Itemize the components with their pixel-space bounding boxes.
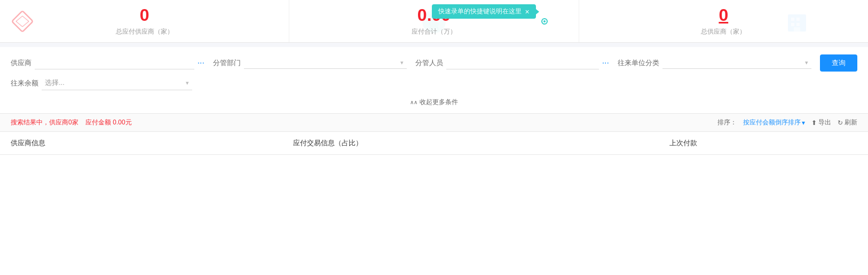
- svg-rect-10: [796, 18, 800, 21]
- result-bar: 搜索结果中，供应商0家 应付金额 0.00元 排序： 按应付会额倒序排序 ▾ ⬆…: [0, 114, 868, 132]
- col-supplier-info: 供应商信息: [11, 138, 293, 148]
- export-button[interactable]: ⬆ 导出: [811, 118, 831, 127]
- col-payable-info: 应付交易信息（占比）: [293, 138, 669, 148]
- filter-department: 分管部门 ▾: [213, 57, 407, 69]
- person-dots[interactable]: ···: [602, 58, 609, 68]
- diamond-icon: [11, 10, 34, 33]
- filter-supplier: 供应商 ···: [11, 57, 204, 69]
- refresh-button[interactable]: ↻ 刷新: [838, 118, 857, 127]
- svg-rect-13: [794, 27, 800, 32]
- svg-rect-0: [12, 11, 33, 32]
- result-amount-text: 应付金额 0.00元: [85, 119, 132, 126]
- table-header: 供应商信息 应付交易信息（占比） 上次付款: [0, 132, 868, 155]
- tooltip-text: 快速录单的快捷键说明在这里: [438, 7, 522, 16]
- sort-label: 排序：: [717, 118, 737, 127]
- result-suppliers-text: 搜索结果中，供应商0家: [11, 119, 78, 126]
- filter-balance: 往来余额 选择... ▾: [11, 76, 192, 90]
- balance-chevron-icon: ▾: [186, 80, 189, 87]
- supplier-dots[interactable]: ···: [198, 58, 204, 68]
- unit-select[interactable]: ▾: [662, 57, 811, 69]
- person-input[interactable]: [446, 57, 599, 69]
- building-icon: [784, 8, 810, 35]
- filter-unit: 往来单位分类 ▾: [618, 57, 811, 69]
- sort-value: 按应付会额倒序排序: [743, 118, 801, 127]
- filter-row-2: 往来余额 选择... ▾: [11, 76, 192, 90]
- svg-rect-9: [791, 18, 794, 21]
- collapse-button[interactable]: ∧∧ 收起更多条件: [410, 98, 458, 107]
- stat-payable-total: 快速录单的快捷键说明在这里 × 0.00 应付合计（万）: [289, 0, 579, 42]
- balance-placeholder: 选择...: [45, 78, 186, 88]
- export-label: 导出: [818, 118, 831, 127]
- unit-label: 往来单位分类: [618, 58, 659, 68]
- total-suppliers-label: 总供应商（家）: [701, 27, 746, 36]
- department-chevron-icon: ▾: [400, 59, 404, 66]
- stats-bar: 0 总应付供应商（家） 快速录单的快捷键说明在这里 × 0.00 应付合计（万）: [0, 0, 868, 43]
- tooltip-bubble: 快速录单的快捷键说明在这里 ×: [432, 4, 535, 19]
- result-actions: 排序： 按应付会额倒序排序 ▾ ⬆ 导出 ↻ 刷新: [717, 118, 857, 127]
- refresh-icon: ↻: [838, 119, 843, 127]
- refresh-label: 刷新: [845, 118, 857, 127]
- collapse-up-icon: ∧∧: [410, 99, 417, 105]
- export-icon: ⬆: [811, 119, 817, 127]
- payable-suppliers-number: 0: [140, 6, 149, 25]
- total-suppliers-number[interactable]: 0: [719, 6, 728, 25]
- payable-total-label: 应付合计（万）: [412, 27, 456, 36]
- tooltip-dot: [542, 19, 547, 23]
- balance-select[interactable]: 选择... ▾: [42, 76, 192, 90]
- query-button[interactable]: 查询: [820, 54, 857, 72]
- department-label: 分管部门: [213, 58, 241, 68]
- tooltip-close-icon[interactable]: ×: [525, 8, 529, 15]
- table-body: [0, 155, 868, 275]
- balance-label: 往来余额: [11, 78, 38, 88]
- sort-chevron-icon: ▾: [802, 119, 805, 127]
- svg-rect-11: [791, 23, 794, 26]
- filter-row-1: 供应商 ··· 分管部门 ▾ 分管人员 ··· 往来单位分类 ▾: [11, 54, 857, 72]
- supplier-input[interactable]: [35, 57, 194, 69]
- stat-total-suppliers: 0 总供应商（家）: [579, 0, 868, 42]
- col-last-payment: 上次付款: [669, 138, 857, 148]
- filter-bar: 供应商 ··· 分管部门 ▾ 分管人员 ··· 往来单位分类 ▾: [0, 47, 868, 114]
- result-info: 搜索结果中，供应商0家 应付金额 0.00元: [11, 118, 132, 127]
- collapse-row: ∧∧ 收起更多条件: [11, 95, 857, 109]
- payable-suppliers-label: 总应付供应商（家）: [116, 27, 173, 36]
- sort-select[interactable]: 按应付会额倒序排序 ▾: [743, 118, 805, 127]
- svg-rect-12: [796, 23, 800, 26]
- supplier-label: 供应商: [11, 58, 31, 68]
- department-select[interactable]: ▾: [244, 57, 407, 69]
- person-label: 分管人员: [415, 58, 443, 68]
- collapse-label: 收起更多条件: [420, 98, 458, 107]
- filter-person: 分管人员 ···: [415, 57, 609, 69]
- stat-payable-suppliers: 0 总应付供应商（家）: [0, 0, 289, 42]
- unit-chevron-icon: ▾: [805, 59, 808, 66]
